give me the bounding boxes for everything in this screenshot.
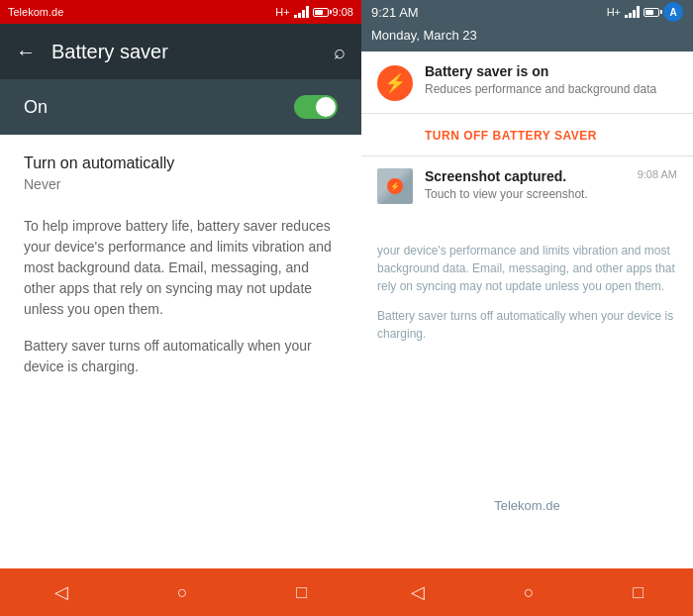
bg-desc-1: your device's performance and limits vib… — [377, 242, 677, 295]
recents-nav-right[interactable]: □ — [633, 582, 644, 603]
bg-content: your device's performance and limits vib… — [361, 230, 693, 521]
screenshot-notif-header: Screenshot captured. 9:08 AM — [425, 168, 677, 186]
avatar-initial: A — [669, 7, 676, 18]
screenshot-thumbnail: ⚡ — [377, 168, 413, 204]
battery-indicator-right — [644, 8, 659, 17]
avatar: A — [663, 2, 683, 22]
back-button[interactable]: ← — [16, 41, 36, 63]
screenshot-timestamp: 9:08 AM — [638, 168, 677, 180]
screenshot-notif-text: Screenshot captured. 9:08 AM Touch to vi… — [425, 168, 677, 203]
battery-notif-title: Battery saver is on — [425, 63, 677, 79]
signal-bars-right — [625, 6, 640, 18]
battery-fill — [315, 10, 323, 15]
clock-left: 9:08 — [333, 6, 353, 18]
battery-icon-symbol: ⚡ — [384, 72, 406, 94]
status-bar-left: Telekom.de H+ 9:08 — [0, 0, 361, 24]
toggle-row[interactable]: On — [0, 79, 361, 135]
watermark: Telekom.de — [361, 498, 693, 513]
signal-bar-3 — [302, 10, 305, 18]
screenshot-notif-title: Screenshot captured. — [425, 168, 566, 184]
battery-notif-icon: ⚡ — [377, 65, 413, 101]
status-icons-right: H+ A — [607, 2, 683, 22]
toolbar: ← Battery saver ⌕ — [0, 24, 361, 79]
turn-off-btn-row[interactable]: TURN OFF BATTERY SAVER — [361, 114, 693, 156]
hplus-indicator: H+ — [275, 6, 289, 18]
description-1: To help improve battery life, battery sa… — [24, 216, 338, 320]
signal-bar-r1 — [625, 15, 628, 18]
date-bar: Monday, March 23 — [361, 24, 693, 51]
status-bar-right: 9:21 AM H+ A — [361, 0, 693, 24]
toggle-label: On — [24, 97, 48, 118]
left-panel: Telekom.de H+ 9:08 ← Battery saver ⌕ On — [0, 0, 361, 616]
signal-bar-r2 — [629, 13, 632, 18]
status-icons-left: H+ 9:08 — [275, 6, 353, 18]
search-icon[interactable]: ⌕ — [334, 41, 346, 63]
screenshot-icon-wrap: ⚡ — [387, 178, 403, 194]
screenshot-notification[interactable]: ⚡ Screenshot captured. 9:08 AM Touch to … — [361, 156, 693, 216]
battery-fill-right — [645, 10, 653, 15]
bg-desc-2: Battery saver turns off automatically wh… — [377, 307, 677, 343]
signal-bar-2 — [298, 13, 301, 18]
signal-bar-4 — [306, 6, 309, 18]
carrier-text: Telekom.de — [8, 6, 63, 18]
hplus-right: H+ — [607, 6, 621, 18]
recents-nav-left[interactable]: □ — [296, 582, 307, 603]
battery-notif-body: Reduces performance and background data — [425, 81, 677, 98]
date-text: Monday, March 23 — [371, 28, 477, 43]
battery-body — [313, 8, 329, 17]
auto-title: Turn on automatically — [24, 154, 338, 172]
screenshot-notif-body: Touch to view your screenshot. — [425, 186, 677, 203]
home-nav-right[interactable]: ○ — [524, 582, 535, 603]
battery-saver-toggle[interactable] — [294, 95, 338, 119]
battery-notif-text: Battery saver is on Reduces performance … — [425, 63, 677, 98]
right-panel: 9:21 AM H+ A Monday, March 23 — [361, 0, 693, 616]
signal-bar-r3 — [633, 10, 636, 18]
signal-bar-r4 — [637, 6, 640, 18]
battery-saver-notification[interactable]: ⚡ Battery saver is on Reduces performanc… — [361, 51, 693, 114]
content-area: Turn on automatically Never To help impr… — [0, 135, 361, 568]
notification-panel: ⚡ Battery saver is on Reduces performanc… — [361, 51, 693, 568]
clock-right: 9:21 AM — [371, 5, 419, 20]
nav-bar-right: ◁ ○ □ — [361, 568, 693, 616]
battery-indicator-left — [313, 8, 329, 17]
auto-subtitle: Never — [24, 176, 338, 192]
description-2: Battery saver turns off automatically wh… — [24, 336, 338, 377]
screenshot-inner: ⚡ — [377, 168, 413, 204]
nav-bar-left: ◁ ○ □ — [0, 568, 361, 616]
page-title: Battery saver — [51, 41, 318, 63]
back-nav-right[interactable]: ◁ — [411, 581, 425, 603]
signal-bar-1 — [294, 15, 297, 18]
battery-body-right — [644, 8, 659, 17]
home-nav-left[interactable]: ○ — [177, 582, 188, 603]
signal-bars — [294, 6, 309, 18]
turn-off-label[interactable]: TURN OFF BATTERY SAVER — [425, 129, 597, 143]
back-nav-left[interactable]: ◁ — [54, 581, 68, 603]
screenshot-icon-symbol: ⚡ — [390, 182, 400, 191]
